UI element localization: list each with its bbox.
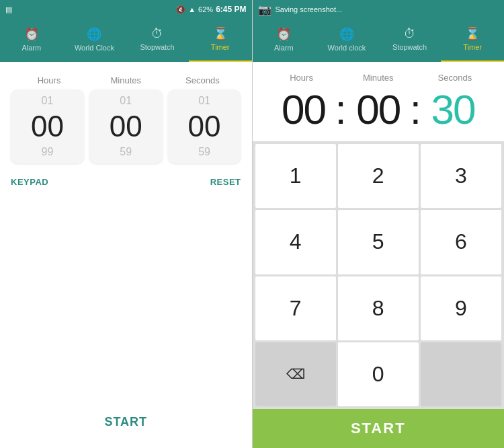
battery-text: 62% bbox=[198, 5, 213, 13]
timer-label-right: Timer bbox=[463, 43, 482, 51]
status-bar-right: 📷 Saving screenshot... bbox=[253, 0, 505, 19]
tab-stopwatch-right[interactable]: ⏱ Stopwatch bbox=[378, 19, 442, 62]
wifi-icon: ▲ bbox=[188, 5, 196, 13]
minutes-display: 00 bbox=[348, 85, 409, 133]
stopwatch-label-right: Stopwatch bbox=[392, 43, 427, 51]
tab-timer-right[interactable]: ⌛ Timer bbox=[441, 19, 504, 62]
right-panel: 📷 Saving screenshot... ⏰ Alarm 🌐 World c… bbox=[253, 0, 505, 448]
key-1[interactable]: 1 bbox=[255, 144, 336, 208]
worldclock-label-right: World clock bbox=[328, 44, 366, 52]
reset-button[interactable]: RESET bbox=[210, 177, 241, 187]
alarm-icon-right: ⏰ bbox=[276, 27, 291, 42]
keypad-button[interactable]: KEYPAD bbox=[11, 177, 48, 187]
worldclock-icon-left: 🌐 bbox=[87, 27, 101, 42]
keypad-grid: 1 2 3 4 5 6 7 8 9 ⌫ 0 bbox=[253, 141, 505, 409]
status-right-left: 🔇 ▲ 62% 6:45 PM bbox=[176, 5, 246, 14]
tab-timer-left[interactable]: ⌛ Timer bbox=[189, 19, 252, 62]
tab-worldclock-left[interactable]: 🌐 World Clock bbox=[63, 19, 126, 62]
key-delete[interactable]: ⌫ bbox=[255, 342, 336, 406]
screenshot-icon: 📷 bbox=[258, 3, 271, 16]
key-2[interactable]: 2 bbox=[338, 144, 419, 208]
nav-tabs-right: ⏰ Alarm 🌐 World clock ⏱ Stopwatch ⌛ Time… bbox=[253, 19, 505, 62]
time-labels-left: Hours Minutes Seconds bbox=[11, 75, 241, 85]
scroll-pickers: 01 00 99 01 00 59 01 00 59 bbox=[11, 89, 241, 163]
time-labels-right: Hours Minutes Seconds bbox=[263, 73, 494, 83]
key-6[interactable]: 6 bbox=[421, 210, 501, 274]
key-0[interactable]: 0 bbox=[338, 342, 419, 406]
seconds-display: 30 bbox=[423, 85, 483, 133]
minutes-bot: 59 bbox=[120, 146, 132, 158]
tab-alarm-left[interactable]: ⏰ Alarm bbox=[0, 19, 63, 62]
stopwatch-icon-right: ⏱ bbox=[404, 27, 416, 41]
screenshot-text: Saving screenshot... bbox=[276, 5, 343, 13]
key-9[interactable]: 9 bbox=[421, 276, 501, 340]
timer-display: Hours Minutes Seconds 00 : 00 : 30 bbox=[253, 62, 505, 141]
stopwatch-label-left: Stopwatch bbox=[140, 43, 174, 51]
mute-icon: 🔇 bbox=[176, 5, 185, 14]
worldclock-icon-right: 🌐 bbox=[339, 27, 354, 42]
minutes-top: 01 bbox=[120, 95, 132, 107]
worldclock-label-left: World Clock bbox=[75, 44, 114, 52]
stopwatch-icon-left: ⏱ bbox=[151, 27, 163, 41]
hours-label-left: Hours bbox=[15, 75, 83, 85]
minutes-label-left: Minutes bbox=[92, 75, 159, 85]
key-empty bbox=[421, 342, 501, 406]
alarm-label-left: Alarm bbox=[22, 44, 41, 52]
alarm-label-right: Alarm bbox=[274, 44, 294, 52]
status-icon-left: ▤ bbox=[5, 5, 12, 14]
hours-picker[interactable]: 01 00 99 bbox=[11, 89, 84, 163]
timer-label-left: Timer bbox=[211, 43, 230, 51]
keypad-reset-row: KEYPAD RESET bbox=[11, 174, 241, 192]
minutes-label-right: Minutes bbox=[351, 73, 405, 83]
left-panel: ▤ 🔇 ▲ 62% 6:45 PM ⏰ Alarm 🌐 World Clock … bbox=[0, 0, 252, 448]
start-button-right[interactable]: START bbox=[253, 409, 505, 448]
start-button-left[interactable]: START bbox=[11, 407, 241, 437]
minutes-picker[interactable]: 01 00 59 bbox=[89, 89, 163, 163]
hours-label-right: Hours bbox=[275, 73, 329, 83]
hours-main: 00 bbox=[31, 112, 64, 141]
tab-alarm-right[interactable]: ⏰ Alarm bbox=[253, 19, 316, 62]
seconds-picker[interactable]: 01 00 59 bbox=[168, 89, 241, 163]
alarm-icon-left: ⏰ bbox=[24, 27, 39, 42]
key-3[interactable]: 3 bbox=[421, 144, 501, 208]
hours-display: 00 bbox=[274, 85, 334, 133]
tab-stopwatch-left[interactable]: ⏱ Stopwatch bbox=[126, 19, 189, 62]
seconds-bot: 59 bbox=[198, 146, 210, 158]
key-5[interactable]: 5 bbox=[338, 210, 419, 274]
colon-2: : bbox=[410, 85, 421, 133]
hours-bot: 99 bbox=[42, 146, 54, 158]
key-7[interactable]: 7 bbox=[255, 276, 336, 340]
timer-icon-right: ⌛ bbox=[465, 26, 480, 41]
minutes-main: 00 bbox=[110, 112, 142, 141]
nav-tabs-left: ⏰ Alarm 🌐 World Clock ⏱ Stopwatch ⌛ Time… bbox=[0, 19, 252, 62]
seconds-main: 00 bbox=[188, 112, 221, 141]
seconds-label-left: Seconds bbox=[169, 75, 236, 85]
colon-1: : bbox=[335, 85, 347, 133]
seconds-label-right: Seconds bbox=[428, 73, 482, 83]
hours-top: 01 bbox=[42, 95, 54, 107]
timer-content-left: Hours Minutes Seconds 01 00 99 01 00 59 … bbox=[0, 62, 252, 448]
key-8[interactable]: 8 bbox=[338, 276, 419, 340]
timer-icon-left: ⌛ bbox=[213, 26, 228, 41]
key-4[interactable]: 4 bbox=[255, 210, 336, 274]
status-time-left: 6:45 PM bbox=[216, 5, 246, 14]
tab-worldclock-right[interactable]: 🌐 World clock bbox=[315, 19, 378, 62]
status-bar-left: ▤ 🔇 ▲ 62% 6:45 PM bbox=[0, 0, 252, 19]
seconds-top: 01 bbox=[198, 95, 210, 107]
time-display-row: 00 : 00 : 30 bbox=[263, 85, 494, 133]
